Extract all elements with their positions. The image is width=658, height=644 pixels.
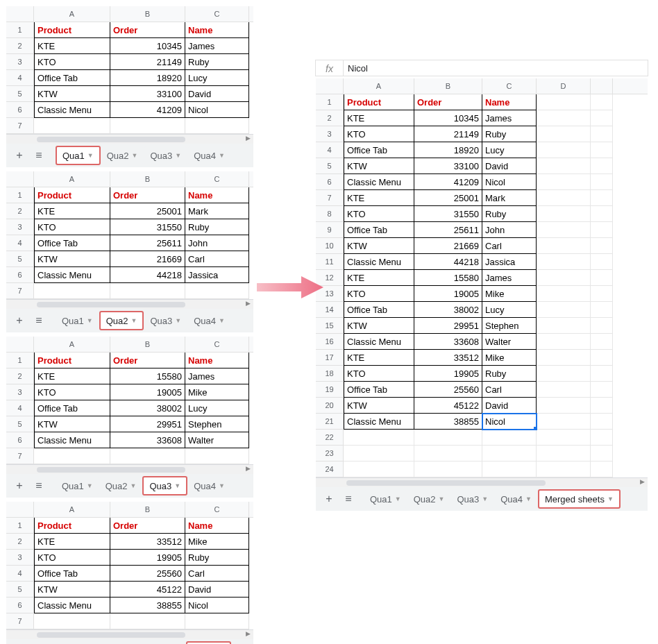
cell[interactable] (591, 206, 613, 222)
cell[interactable] (537, 142, 591, 158)
col-B[interactable]: B (110, 337, 185, 352)
row-num[interactable]: 19 (316, 382, 344, 398)
cell[interactable]: Product (344, 94, 414, 110)
cell[interactable]: Mike (482, 286, 537, 302)
corner[interactable] (6, 171, 34, 187)
cell[interactable]: KTW (344, 158, 414, 174)
cell[interactable]: Office Tab (344, 142, 414, 158)
row-num[interactable]: 11 (316, 254, 344, 270)
cell[interactable] (185, 283, 249, 299)
cell[interactable]: 10345 (414, 110, 482, 126)
cell[interactable]: Ruby (185, 550, 249, 566)
row-num[interactable]: 5 (6, 86, 34, 102)
cell[interactable] (591, 350, 613, 366)
tab-qua4[interactable]: Qua4▼ (495, 490, 537, 508)
cell[interactable]: Jassica (185, 267, 249, 283)
cell[interactable] (34, 448, 110, 464)
cell[interactable]: 25611 (414, 222, 482, 238)
cell[interactable]: Ruby (482, 206, 537, 222)
cell[interactable]: Nicol (482, 174, 537, 190)
cell[interactable]: KTW (344, 398, 414, 414)
cell[interactable] (537, 286, 591, 302)
cell[interactable] (591, 398, 613, 414)
cell[interactable] (591, 270, 613, 286)
cell[interactable]: 31550 (110, 219, 185, 235)
cell[interactable] (537, 190, 591, 206)
cell[interactable]: David (482, 158, 537, 174)
cell[interactable] (185, 448, 249, 464)
tab-qua1[interactable]: Qua1▼ (56, 146, 100, 164)
col-C[interactable]: C (185, 171, 249, 187)
tab-qua2[interactable]: Qua2▼ (100, 312, 144, 330)
row-num[interactable]: 7 (6, 283, 34, 299)
cell[interactable] (537, 158, 591, 174)
cell[interactable]: Nicol (185, 102, 249, 118)
row-num[interactable]: 24 (316, 461, 344, 477)
cell[interactable]: David (185, 86, 249, 102)
row-num[interactable]: 1 (316, 94, 344, 110)
h-scrollbar[interactable] (6, 464, 253, 474)
cell[interactable] (537, 270, 591, 286)
cell[interactable]: Name (185, 187, 249, 203)
cell[interactable]: Office Tab (34, 235, 110, 251)
tab-qua4[interactable]: Qua4▼ (188, 477, 230, 495)
cell[interactable] (537, 174, 591, 190)
cell[interactable] (591, 158, 613, 174)
tab-qua3[interactable]: Qua3▼ (451, 490, 494, 508)
col-B[interactable]: B (414, 78, 482, 94)
row-num[interactable]: 13 (316, 286, 344, 302)
cell[interactable] (185, 613, 249, 629)
cell[interactable] (344, 430, 414, 446)
cell[interactable]: James (482, 110, 537, 126)
cell[interactable]: Classic Menu (344, 174, 414, 190)
col-A[interactable]: A (34, 502, 110, 517)
corner[interactable] (6, 337, 34, 352)
cell[interactable] (537, 430, 591, 446)
cell[interactable]: Ruby (185, 54, 249, 70)
tab-qua3[interactable]: Qua3▼ (144, 146, 187, 164)
row-num[interactable]: 10 (316, 238, 344, 254)
cell[interactable]: KTO (34, 384, 110, 400)
cell[interactable]: Carl (482, 382, 537, 398)
cell[interactable]: KTO (344, 206, 414, 222)
row-num[interactable]: 7 (316, 190, 344, 206)
tab-qua1[interactable]: Qua1▼ (56, 477, 99, 495)
cell[interactable]: Name (185, 22, 249, 38)
cell[interactable]: 38855 (414, 414, 482, 430)
cell[interactable]: 25001 (110, 203, 185, 219)
cell[interactable] (482, 461, 537, 477)
cell[interactable]: Name (482, 94, 537, 110)
cell[interactable]: Office Tab (34, 70, 110, 86)
cell[interactable]: KTW (34, 416, 110, 432)
cell[interactable]: 41209 (414, 174, 482, 190)
cell[interactable]: KTO (34, 54, 110, 70)
cell[interactable]: Office Tab (34, 566, 110, 582)
row-num[interactable]: 6 (6, 432, 34, 448)
cell[interactable]: 19905 (110, 550, 185, 566)
tab-qua3[interactable]: Qua3▼ (144, 312, 187, 330)
row-num[interactable]: 1 (6, 22, 34, 38)
row-num[interactable]: 7 (6, 613, 34, 629)
cell[interactable]: Carl (482, 238, 537, 254)
cell[interactable] (414, 430, 482, 446)
cell[interactable]: Name (185, 518, 249, 534)
cell[interactable]: Carl (185, 251, 249, 267)
cell[interactable]: Classic Menu (34, 432, 110, 448)
row-num[interactable]: 4 (6, 400, 34, 416)
cell[interactable]: KTO (344, 126, 414, 142)
all-sheets-button[interactable]: ≡ (339, 490, 357, 508)
cell[interactable]: 33100 (110, 86, 185, 102)
cell[interactable]: Office Tab (344, 382, 414, 398)
cell[interactable] (591, 142, 613, 158)
col-A[interactable]: A (34, 171, 110, 187)
row-num[interactable]: 6 (6, 267, 34, 283)
row-num[interactable]: 5 (6, 582, 34, 598)
tab-merged-sheets[interactable]: Merged sheets▼ (539, 490, 620, 508)
row-num[interactable]: 4 (6, 70, 34, 86)
row-num[interactable]: 3 (6, 550, 34, 566)
cell[interactable] (591, 94, 613, 110)
col-B[interactable]: B (110, 502, 185, 517)
row-num[interactable]: 1 (6, 353, 34, 368)
cell[interactable] (591, 254, 613, 270)
tab-qua2[interactable]: Qua2▼ (101, 146, 144, 164)
